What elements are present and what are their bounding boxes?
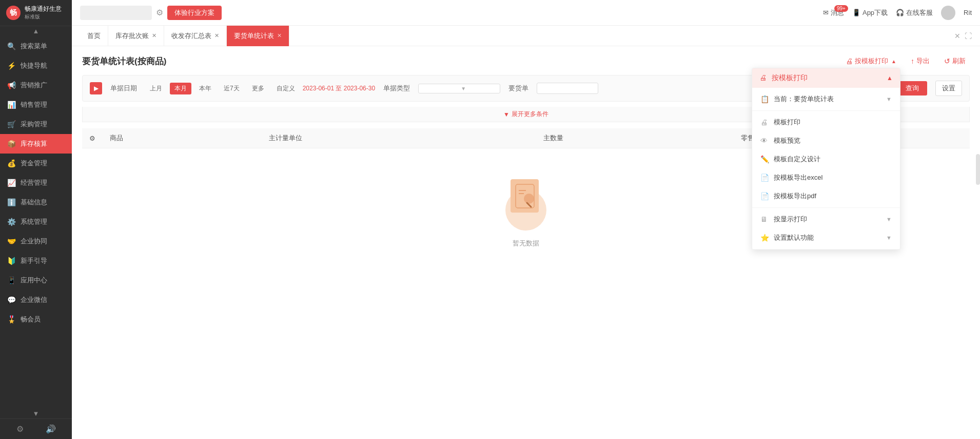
sidebar-item-quick[interactable]: ⚡ 快捷导航 (0, 56, 72, 75)
tab-expand-btn[interactable]: ✕ (954, 32, 961, 40)
avatar[interactable] (941, 6, 955, 20)
filter-expand-btn[interactable]: ▶ (90, 82, 102, 94)
date-btn-this-month[interactable]: 本月 (170, 83, 191, 94)
mobile-icon: 📱 (6, 276, 16, 284)
right-scrollbar[interactable] (976, 154, 980, 185)
settings-col-icon[interactable]: ⚙ (89, 135, 95, 142)
expand-icon: ▼ (503, 111, 509, 118)
tag-filter-input[interactable] (537, 83, 598, 94)
dropdown-current-template[interactable]: 📋 当前：要货单统计表 ▼ (752, 90, 900, 108)
sidebar-item-wechat[interactable]: 💬 企业微信 (0, 290, 72, 310)
tab-close-inventory-batch[interactable]: ✕ (152, 32, 156, 39)
type-filter-label: 单据类型 (383, 84, 410, 93)
dropdown-item-template-design[interactable]: ✏️ 模板自定义设计 (752, 150, 900, 168)
sidebar: 畅 畅康通好生意 标准版 ▲ 🔍 搜索菜单 ⚡ 快捷导航 📢 营销推广 📊 销售… (0, 0, 72, 439)
dropdown-header: 🖨 按模板打印 ▲ (752, 68, 900, 88)
type-filter-dropdown[interactable]: ▼ (418, 84, 500, 93)
date-btn-last-month[interactable]: 上月 (145, 83, 167, 94)
messages-badge: 99+ (834, 5, 848, 12)
date-range-display: 2023-06-01 至 2023-06-30 (303, 84, 375, 93)
template-preview-icon: 👁 (760, 137, 770, 145)
printer-icon-header: 🖨 (759, 73, 767, 82)
logo-icon: 畅 (6, 6, 21, 20)
sidebar-item-basic[interactable]: ℹ️ 基础信息 (0, 193, 72, 212)
dropdown-item-default-func[interactable]: ⭐ 设置默认功能 ▼ (752, 228, 900, 247)
megaphone-icon: 📢 (6, 81, 16, 89)
tab-home[interactable]: 首页 (80, 26, 108, 46)
dropdown-item-template-print[interactable]: 🖨 模板打印 (752, 113, 900, 131)
tab-order-stats[interactable]: 要货单统计表 ✕ (227, 26, 289, 46)
messages-btn[interactable]: ✉ 消息 99+ (823, 8, 844, 17)
topbar-right: ✉ 消息 99+ 📱 App下载 🎧 在线客服 Rit (823, 6, 972, 20)
dropdown-display-section: 🖥 按显示打印 ▼ ⭐ 设置默认功能 ▼ (752, 208, 900, 250)
date-btn-this-year[interactable]: 本年 (194, 83, 216, 94)
print-dropdown-arrow[interactable]: ▲ (891, 59, 896, 64)
sidebar-item-member[interactable]: 🎖️ 畅会员 (0, 310, 72, 329)
refresh-btn[interactable]: ↺ 刷新 (940, 54, 970, 68)
tab-close-summary[interactable]: ✕ (214, 32, 219, 39)
sidebar-item-finance[interactable]: 💰 资金管理 (0, 154, 72, 173)
phone-icon: 📱 (852, 9, 860, 16)
sidebar-item-operations[interactable]: 📈 经营管理 (0, 173, 72, 193)
sidebar-scroll-down[interactable]: ▼ (0, 408, 72, 418)
print-btn[interactable]: 🖨 按模板打印 ▲ 🖨 按模板打印 ▲ (841, 54, 900, 68)
topbar: ⚙ 体验行业方案 ✉ 消息 99+ 📱 App下载 🎧 在线客服 Rit (72, 0, 980, 26)
table-col-product: 商品 (103, 128, 262, 148)
trending-icon: 📈 (6, 179, 16, 187)
settings-btn[interactable]: 设置 (935, 81, 962, 96)
current-template-arrow: ▼ (886, 96, 892, 102)
tab-inventory-batch[interactable]: 库存批次账 ✕ (108, 26, 164, 46)
sidebar-item-search[interactable]: 🔍 搜索菜单 (0, 36, 72, 56)
dropdown-current-section: 📋 当前：要货单统计表 ▼ (752, 88, 900, 111)
page-actions: 🖨 按模板打印 ▲ 🖨 按模板打印 ▲ (841, 54, 970, 68)
sidebar-item-enterprise[interactable]: 🤝 企业协同 (0, 232, 72, 251)
sidebar-item-app[interactable]: 📱 应用中心 (0, 271, 72, 290)
topbar-gear-icon[interactable]: ⚙ (156, 8, 163, 17)
dropdown-item-template-preview[interactable]: 👁 模板预览 (752, 131, 900, 150)
online-service-btn[interactable]: 🎧 在线客服 (896, 8, 933, 17)
export-btn[interactable]: ↑ 导出 (907, 54, 934, 68)
dropdown-item-export-pdf[interactable]: 📄 按模板导出pdf (752, 187, 900, 205)
current-template-icon: 📋 (760, 95, 770, 103)
tag-filter-label: 要货单 (508, 84, 528, 93)
sidebar-item-sales[interactable]: 📊 销售管理 (0, 95, 72, 114)
trial-btn[interactable]: 体验行业方案 (167, 6, 222, 20)
print-dropdown-menu: 🖨 按模板打印 ▲ 📋 当前：要货单统计表 ▼ (752, 68, 900, 250)
date-btn-more[interactable]: 更多 (247, 83, 269, 94)
query-btn[interactable]: 查询 (897, 81, 927, 96)
sound-footer-icon[interactable]: 🔊 (46, 424, 56, 434)
dropdown-item-display-print[interactable]: 🖥 按显示打印 ▼ (752, 210, 900, 228)
sidebar-item-marketing[interactable]: 📢 营销推广 (0, 75, 72, 95)
lightning-icon: ⚡ (6, 62, 16, 70)
dropdown-item-export-excel[interactable]: 📄 按模板导出excel (752, 168, 900, 187)
template-print-icon: 🖨 (760, 118, 770, 126)
sidebar-item-inventory[interactable]: 📦 库存核算 (0, 134, 72, 154)
sidebar-item-purchase[interactable]: 🛒 采购管理 (0, 114, 72, 134)
settings-footer-icon[interactable]: ⚙ (16, 424, 24, 434)
topbar-search-box (80, 6, 152, 20)
empty-icon-doc (511, 179, 539, 213)
topbar-left: ⚙ 体验行业方案 (80, 6, 222, 20)
page-title-row: 要货单统计表(按商品) 🖨 按模板打印 ▲ 🖨 按模板打印 (82, 54, 970, 68)
default-func-icon: ⭐ (760, 234, 770, 242)
gear-icon: ⚙️ (6, 218, 16, 226)
dropdown-close-btn[interactable]: ▲ (887, 74, 893, 82)
dropdown-title: 🖨 按模板打印 (759, 73, 808, 83)
sidebar-item-guide[interactable]: 🔰 新手引导 (0, 251, 72, 271)
print-icon: 🖨 (846, 57, 853, 65)
date-btn-7days[interactable]: 近7天 (219, 83, 244, 94)
sidebar-nav: 🔍 搜索菜单 ⚡ 快捷导航 📢 营销推广 📊 销售管理 🛒 采购管理 📦 库存核… (0, 36, 72, 408)
app-download-btn[interactable]: 📱 App下载 (852, 8, 888, 17)
page-inner: 要货单统计表(按商品) 🖨 按模板打印 ▲ 🖨 按模板打印 (72, 46, 980, 439)
date-btn-custom[interactable]: 自定义 (272, 83, 300, 94)
display-print-arrow: ▼ (886, 216, 892, 222)
wechat-icon: 💬 (6, 296, 16, 304)
table-col-checkbox: ⚙ (82, 128, 103, 148)
tab-fullscreen-btn[interactable]: ⛶ (965, 32, 972, 40)
page-content: 要货单统计表(按商品) 🖨 按模板打印 ▲ 🖨 按模板打印 (72, 46, 980, 439)
tabs-bar: 首页 库存批次账 ✕ 收发存汇总表 ✕ 要货单统计表 ✕ ✕ ⛶ (72, 26, 980, 46)
tab-close-order-stats[interactable]: ✕ (277, 32, 282, 39)
sidebar-item-system[interactable]: ⚙️ 系统管理 (0, 212, 72, 232)
sidebar-scroll-up[interactable]: ▲ (0, 26, 72, 36)
tab-summary[interactable]: 收发存汇总表 ✕ (164, 26, 227, 46)
